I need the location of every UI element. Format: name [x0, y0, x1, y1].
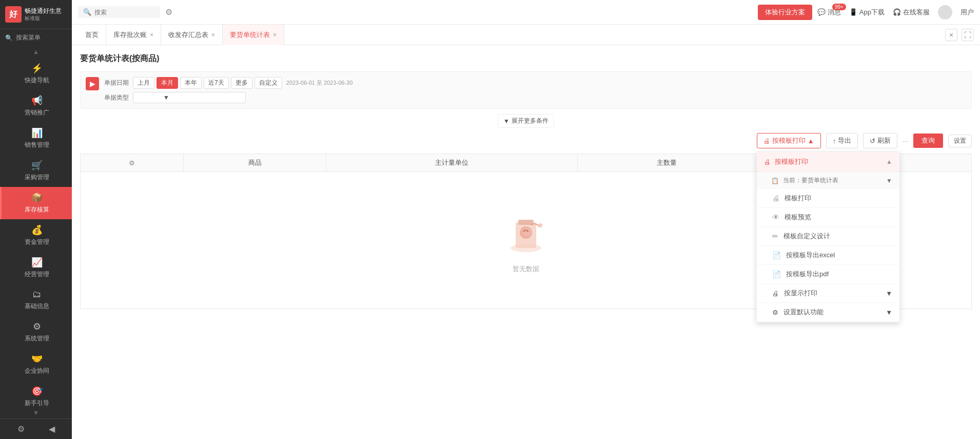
operation-icon: 📈	[31, 257, 43, 268]
svg-point-7	[538, 223, 542, 227]
filter-bar: ▶ 单据日期 上月 本月 本年 近7天 更多 自定义 2023-06-01 至 …	[80, 71, 972, 109]
date-label: 单据日期	[104, 79, 129, 87]
col-gear[interactable]: ⚙	[81, 154, 184, 172]
tab-close-all-button[interactable]: ×	[945, 29, 957, 41]
query-button[interactable]: 查询	[913, 133, 943, 148]
display-print-icon: 🖨	[772, 290, 779, 297]
current-template-item[interactable]: 📋 当前：要货单统计表 ▼	[757, 172, 899, 189]
default-func-icon: ⚙	[772, 309, 778, 316]
sidebar-item-sales[interactable]: 📊 销售管理	[0, 122, 72, 155]
template-excel-icon: 📄	[772, 251, 781, 259]
notification-item[interactable]: 💬 消息 99+	[817, 8, 841, 17]
export-button[interactable]: ↑ 导出	[826, 133, 858, 148]
tab-receipt-summary[interactable]: 收发存汇总表 ×	[161, 25, 223, 45]
tab-receipt-summary-close[interactable]: ×	[211, 31, 215, 39]
filter-row-doctype: 单据类型 ▼	[104, 92, 352, 103]
settings-footer-icon[interactable]: ⚙	[17, 424, 25, 434]
sidebar-logo: 好 畅捷通好生意 标准版	[0, 0, 72, 29]
online-service-icon: 🎧	[893, 8, 901, 16]
app-download-icon: 📱	[849, 8, 857, 16]
sidebar-item-operation[interactable]: 📈 经营管理	[0, 252, 72, 284]
more-options-icon[interactable]: ···	[903, 137, 908, 145]
sidebar-item-quick-nav[interactable]: ⚡ 快捷导航	[0, 58, 72, 90]
tab-order-stats[interactable]: 要货单统计表 ×	[223, 25, 284, 45]
industry-solution-button[interactable]: 体验行业方案	[758, 5, 812, 20]
inventory-icon: 📦	[31, 192, 43, 203]
search-input[interactable]	[94, 9, 146, 16]
filter-row-date: 单据日期 上月 本月 本年 近7天 更多 自定义 2023-06-01 至 20…	[104, 77, 352, 89]
default-func-item[interactable]: ⚙ 设置默认功能 ▼	[757, 303, 899, 322]
quick-nav-icon: ⚡	[31, 63, 43, 74]
sidebar-item-guide[interactable]: 🎯 新手引导	[0, 380, 72, 407]
collab-icon: 🤝	[31, 353, 43, 365]
scroll-up-arrow[interactable]: ▲	[0, 46, 72, 58]
search-icon: 🔍	[5, 34, 13, 42]
tabs-bar: 首页 库存批次账 × 收发存汇总表 × 要货单统计表 × × ⛶	[72, 25, 980, 45]
expand-more-button[interactable]: ▼ 展开更多条件	[498, 114, 554, 128]
scroll-down-arrow[interactable]: ▼	[0, 407, 72, 418]
expand-more-label: 展开更多条件	[512, 117, 548, 125]
sidebar-item-purchase[interactable]: 🛒 采购管理	[0, 155, 72, 187]
template-pdf-icon: 📄	[772, 270, 781, 278]
export-icon: ↑	[833, 137, 836, 145]
date-btn-7days[interactable]: 近7天	[204, 77, 229, 89]
template-print-item[interactable]: 🖨 模板打印	[757, 189, 899, 208]
sidebar-item-inventory[interactable]: 📦 库存核算	[0, 187, 72, 219]
date-btn-this-month[interactable]: 本月	[156, 77, 178, 89]
display-print-item[interactable]: 🖨 按显示打印 ▼	[757, 284, 899, 303]
date-buttons: 上月 本月 本年 近7天 更多 自定义	[133, 77, 282, 89]
app-download-label: App下载	[859, 8, 885, 17]
basic-icon: 🗂	[32, 289, 42, 300]
col-goods: 商品	[184, 154, 326, 172]
svg-rect-2	[518, 220, 534, 225]
template-design-item[interactable]: ✏ 模板自定义设计	[757, 227, 899, 246]
table-gear-icon[interactable]: ⚙	[129, 159, 135, 167]
page-content: 要货单统计表(按商品) ▶ 单据日期 上月 本月 本年 近7天 更多 自定义	[72, 45, 980, 439]
settings-button[interactable]: 设置	[948, 135, 972, 147]
empty-state-text: 暂无数据	[513, 264, 539, 274]
tab-receipt-summary-label: 收发存汇总表	[168, 30, 208, 40]
default-func-left: ⚙ 设置默认功能	[772, 308, 824, 317]
topbar-gear-icon[interactable]: ⚙	[165, 7, 172, 17]
app-download-item[interactable]: 📱 App下载	[849, 8, 885, 17]
template-preview-item[interactable]: 👁 模板预览	[757, 208, 899, 227]
tab-maximize-button[interactable]: ⛶	[962, 29, 974, 41]
print-dropdown-title: 🖨 按模板打印	[764, 157, 808, 166]
date-btn-custom[interactable]: 自定义	[254, 77, 282, 89]
tab-home[interactable]: 首页	[78, 25, 106, 45]
sidebar-item-finance[interactable]: 💰 资金管理	[0, 219, 72, 252]
refresh-icon: ↺	[870, 137, 875, 145]
collapse-icon[interactable]: ◀	[49, 424, 55, 434]
print-dropdown-header[interactable]: 🖨 按模板打印 ▲	[757, 152, 899, 172]
tab-inventory-batch[interactable]: 库存批次账 ×	[106, 25, 161, 45]
topbar-search-icon: 🔍	[83, 8, 91, 16]
filter-toggle-button[interactable]: ▶	[86, 77, 99, 90]
print-header-icon: 🖨	[764, 158, 771, 166]
date-btn-this-year[interactable]: 本年	[180, 77, 202, 89]
online-service-item[interactable]: 🎧 在线客服	[893, 8, 930, 17]
sidebar-item-system[interactable]: ⚙ 系统管理	[0, 316, 72, 348]
avatar[interactable]	[938, 5, 952, 20]
tab-order-stats-close[interactable]: ×	[273, 31, 277, 39]
guide-icon: 🎯	[31, 386, 43, 397]
sidebar-item-collab[interactable]: 🤝 企业协同	[0, 348, 72, 380]
sidebar-item-marketing[interactable]: 📢 营销推广	[0, 90, 72, 122]
print-button[interactable]: 🖨 按模板打印 ▲	[757, 133, 821, 148]
topbar: 🔍 ⚙ 体验行业方案 💬 消息 99+ 📱 App下载 🎧 在线客服 用户	[72, 0, 980, 25]
date-btn-last-month[interactable]: 上月	[133, 77, 154, 89]
doc-type-select[interactable]: ▼	[133, 92, 246, 103]
template-excel-item[interactable]: 📄 按模板导出excel	[757, 246, 899, 265]
template-design-icon: ✏	[772, 232, 778, 240]
template-preview-icon: 👁	[772, 213, 779, 221]
refresh-button[interactable]: ↺ 刷新	[863, 133, 897, 148]
topbar-right: 💬 消息 99+ 📱 App下载 🎧 在线客服 用户	[817, 5, 974, 20]
tab-inventory-batch-close[interactable]: ×	[150, 31, 153, 39]
print-dropdown-menu: 🖨 按模板打印 ▲ 📋 当前：要货单统计表 ▼ 🖨	[756, 151, 900, 322]
date-btn-more[interactable]: 更多	[231, 77, 252, 89]
topbar-search[interactable]: 🔍	[78, 6, 160, 18]
sidebar-item-basic[interactable]: 🗂 基础信息	[0, 284, 72, 316]
sidebar-search[interactable]: 🔍 搜索菜单	[0, 29, 72, 46]
template-pdf-item[interactable]: 📄 按模板导出pdf	[757, 265, 899, 284]
finance-icon: 💰	[31, 224, 43, 236]
print-dropdown-chevron: ▲	[808, 137, 814, 145]
